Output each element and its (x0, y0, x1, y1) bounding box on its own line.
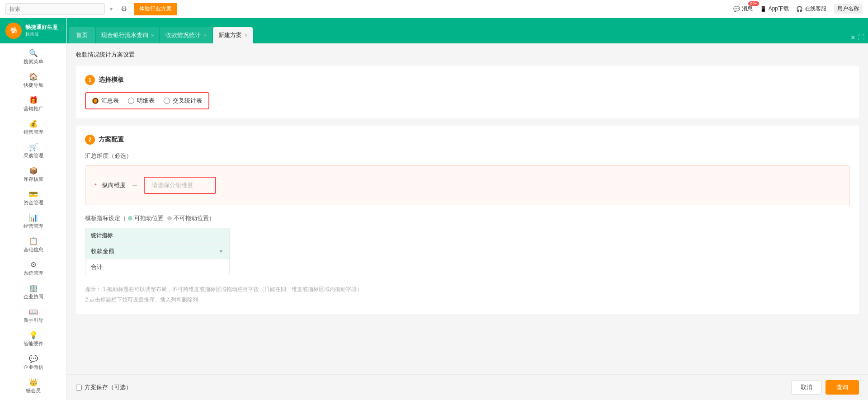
sidebar-item-system[interactable]: ⚙ 系统管理 (0, 257, 66, 280)
notification-item[interactable]: 💬 消息 99+ (733, 5, 753, 13)
sidebar-label-purchase: 采购管理 (24, 152, 43, 159)
sidebar-label-nav: 快捷导航 (24, 82, 43, 89)
query-button[interactable]: 查询 (826, 380, 859, 395)
save-checkbox[interactable] (76, 385, 82, 391)
tab-bank[interactable]: 现金银行流水查询 × (96, 27, 159, 43)
metrics-dropdown-icon[interactable]: ▼ (218, 248, 224, 254)
step2-title: 方案配置 (99, 136, 124, 144)
industry-button[interactable]: 体验行业方案 (134, 3, 177, 15)
sidebar-label-hardware: 智能硬件 (24, 340, 43, 347)
sidebar-item-search[interactable]: 🔍 搜索菜单 (0, 45, 66, 69)
tip-1: 提示： 1.拖动标题栏可以调整布局，不可跨维度或指标区域拖动栏目字段（只能在同一… (85, 284, 850, 295)
metrics-table-header: 统计指标 (85, 228, 229, 243)
gear-button[interactable]: ⚙ (118, 3, 130, 15)
tab-new[interactable]: 新建方案 × (213, 27, 253, 43)
sidebar-label-system: 系统管理 (24, 270, 43, 277)
tab-bank-close[interactable]: × (151, 33, 154, 38)
step2-badge: 2 (85, 135, 95, 145)
sidebar-item-wechat[interactable]: 💬 企业微信 (0, 351, 66, 374)
sidebar-icon-system: ⚙ (30, 260, 37, 269)
tab-new-close[interactable]: × (245, 33, 247, 38)
sidebar-icon-search: 🔍 (29, 49, 38, 57)
support-icon: 🎧 (796, 6, 803, 12)
tip-2: 2.点击标题栏下拉可设置排序、插入列和删除列 (85, 295, 850, 305)
sidebar-item-corp[interactable]: 🏢 企业协同 (0, 280, 66, 304)
metrics-col-label: 收款金额 (91, 247, 114, 255)
sidebar-icon-corp: 🏢 (29, 284, 38, 292)
message-icon: 💬 (733, 6, 740, 12)
sidebar-item-business[interactable]: 📊 经营管理 (0, 210, 66, 233)
metrics-col-row: 收款金额 ▼ (85, 243, 229, 259)
dim-select-box[interactable]: 请选择分组维度 (144, 177, 216, 194)
not-draggable-label: 不可拖动位置） (174, 214, 215, 222)
sidebar-icon-member: 👑 (29, 378, 38, 386)
sidebar-icon-finance: 💳 (29, 190, 38, 198)
sidebar-item-guide[interactable]: 📖 新手引导 (0, 304, 66, 327)
sidebar-item-hardware[interactable]: 💡 智能硬件 (0, 327, 66, 351)
search-input[interactable] (5, 3, 105, 15)
logo-text: 畅捷通好生意 (25, 24, 58, 31)
save-checkbox-label[interactable]: 方案保存（可选） (76, 383, 132, 391)
sidebar-label-wechat: 企业微信 (24, 364, 43, 371)
sidebar-label-member: 畅会员 (26, 387, 41, 394)
user-name: 用户名称 (834, 4, 863, 14)
support-item[interactable]: 🎧 在线客服 (796, 5, 826, 13)
step1-title: 选择模板 (99, 76, 124, 84)
sidebar-icon-guide: 📖 (29, 307, 38, 316)
sidebar-icon-wechat: 💬 (29, 354, 38, 363)
step1-badge: 1 (85, 75, 95, 85)
sidebar-label-sales: 销售管理 (24, 129, 43, 136)
sidebar-item-finance[interactable]: 💳 资金管理 (0, 186, 66, 210)
sidebar-icon-marketing: 🎁 (29, 96, 38, 104)
sidebar-icon-nav: 🏠 (29, 72, 38, 81)
notification-badge: 99+ (748, 1, 759, 6)
sidebar-icon-purchase: 🛒 (29, 143, 38, 151)
metrics-sum-label: 合计 (91, 264, 103, 270)
sidebar-item-member[interactable]: 👑 畅会员 (0, 374, 66, 398)
sidebar-item-inventory[interactable]: 📦 库存核算 (0, 163, 66, 186)
radio-detail[interactable]: 明细表 (128, 97, 155, 105)
sidebar-item-nav[interactable]: 🏠 快捷导航 (0, 69, 66, 92)
sidebar-label-basic: 基础信息 (24, 246, 43, 253)
sidebar-label-finance: 资金管理 (24, 199, 43, 206)
logo-icon: 畅 (5, 23, 22, 39)
cancel-button[interactable]: 取消 (791, 380, 822, 395)
sidebar-icon-basic: 📋 (29, 237, 38, 245)
required-mark: * (94, 182, 97, 189)
sidebar-icon-business: 📊 (29, 213, 38, 222)
sidebar-label-business: 经营管理 (24, 223, 43, 230)
radio-summary[interactable]: 汇总表 (92, 97, 119, 105)
page-body: 收款情况统计方案设置 1 选择模板 汇总表 明细表 (67, 43, 868, 374)
drag-dot-green (128, 216, 132, 221)
page-title: 收款情况统计方案设置 (76, 51, 859, 59)
sidebar-icon-hardware: 💡 (29, 331, 38, 339)
tab-receipt[interactable]: 收款情况统计 × (160, 27, 212, 43)
sidebar-item-basic[interactable]: 📋 基础信息 (0, 233, 66, 257)
sidebar-item-sales[interactable]: 💰 销售管理 (0, 116, 66, 139)
dropdown-icon: ▼ (108, 6, 114, 12)
radio-cross[interactable]: 交叉统计表 (164, 97, 202, 105)
download-icon: 📱 (760, 6, 767, 12)
vertical-dim-label: 纵向维度 (102, 181, 126, 189)
sidebar-item-marketing[interactable]: 🎁 营销推广 (0, 92, 66, 116)
app-download-item[interactable]: 📱 App下载 (760, 5, 789, 13)
metrics-sum-row: 合计 (85, 259, 229, 275)
sidebar-label-inventory: 库存核算 (24, 176, 43, 183)
tab-home[interactable]: 首页 (69, 27, 95, 43)
dim-sub-label: 汇总维度（必选） (85, 152, 850, 160)
sidebar-label-guide: 新手引导 (24, 317, 43, 324)
tips-section: 提示： 1.拖动标题栏可以调整布局，不可跨维度或指标区域拖动栏目字段（只能在同一… (85, 284, 850, 305)
sidebar-item-purchase[interactable]: 🛒 采购管理 (0, 139, 66, 163)
tab-receipt-close[interactable]: × (203, 33, 206, 38)
sidebar-label-search: 搜索菜单 (24, 58, 43, 65)
arrow-icon: → (131, 181, 138, 189)
window-close-button[interactable]: × (850, 33, 855, 42)
window-expand-button[interactable]: ⛶ (858, 34, 864, 41)
metrics-config-label: 模板指标设定（ (85, 214, 126, 222)
logo-area: 畅 畅捷通好生意 标准版 (0, 18, 66, 43)
sidebar-label-corp: 企业协同 (24, 293, 43, 300)
logo-sub: 标准版 (25, 31, 58, 38)
drag-dot-gray (167, 216, 172, 221)
sidebar-icon-sales: 💰 (29, 119, 38, 128)
draggable-label: 可拖动位置 (134, 214, 164, 222)
